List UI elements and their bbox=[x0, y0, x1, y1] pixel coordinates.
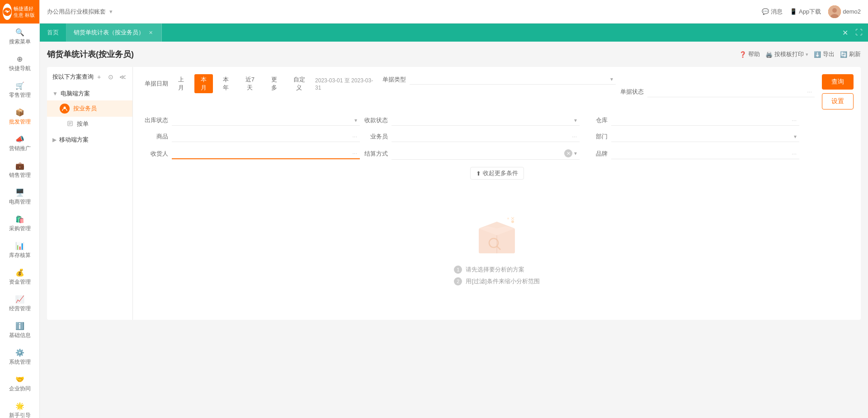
doc-status-filter: 单据状态 ··· 查询 设置 bbox=[616, 74, 854, 109]
sidebar-item-label: 库存核算 bbox=[9, 252, 31, 259]
tab-sales-stat-label: 销货单统计表（按业务员） bbox=[74, 28, 144, 37]
sidebar-item-ecommerce-mgmt[interactable]: 🖥️ 电商管理 bbox=[0, 184, 39, 210]
brand-input[interactable]: ··· bbox=[611, 148, 799, 159]
department-select[interactable]: ▾ bbox=[611, 132, 799, 142]
doc-status-select[interactable]: ··· bbox=[647, 86, 815, 97]
brand-filter: 品牌 ··· bbox=[580, 148, 854, 159]
hint-text-1: 请先选择要分析的方案 bbox=[466, 266, 524, 274]
refresh-icon: 🔄 bbox=[840, 51, 847, 58]
export-icon: ⬇️ bbox=[814, 51, 821, 58]
pc-scheme-section: ▼ 电脑端方案 按业务员 bbox=[47, 85, 132, 133]
sidebar-item-basic-info[interactable]: ℹ️ 基础信息 bbox=[0, 317, 39, 344]
date-label: 单据日期 bbox=[140, 80, 172, 88]
svg-point-15 bbox=[507, 218, 509, 219]
add-scheme-btn[interactable]: + bbox=[94, 72, 104, 81]
warehouse-filter: 仓库 ··· bbox=[580, 115, 854, 126]
marketing-icon: 📣 bbox=[15, 135, 24, 143]
edit-scheme-btn[interactable]: ⊙ bbox=[106, 72, 115, 81]
page: 销货单统计表(按业务员) ❓ 帮助 🖨️ 按模板打印 ▾ ⬇️ 导出 bbox=[40, 42, 868, 327]
date-filter: 上月 本月 本年 近7天 更多 自定义 2023-03-01 至 2023-03… bbox=[172, 74, 378, 93]
app-download-btn[interactable]: 📱 App下载 bbox=[790, 8, 821, 16]
export-btn[interactable]: ⬇️ 导出 bbox=[814, 50, 835, 58]
dropdown-arrow-icon[interactable]: ▾ bbox=[109, 8, 113, 15]
sidebar-item-label: 资金管理 bbox=[9, 278, 31, 286]
doc-type-select[interactable]: ▾ bbox=[410, 74, 616, 85]
help-btn[interactable]: ❓ 帮助 bbox=[739, 50, 760, 58]
receiver-input[interactable]: ··· bbox=[172, 148, 360, 159]
refresh-btn[interactable]: 🔄 刷新 bbox=[840, 50, 861, 58]
left-panel-header: 按以下方案查询 + ⊙ ≪ bbox=[47, 72, 132, 85]
sidebar-item-new-guide[interactable]: 🌟 新手引导 bbox=[0, 397, 39, 418]
main-area: 办公用品行业模拟账套 ▾ 💬 消息 📱 App下载 de bbox=[40, 0, 868, 418]
filter-row-3: 商品 ··· 业务员 ··· bbox=[140, 131, 854, 142]
sidebar-item-wholesale-mgmt[interactable]: 📦 批发管理 bbox=[0, 104, 39, 130]
doc-status-label: 单据状态 bbox=[616, 88, 647, 96]
empty-hint-2: 2 用[过滤]条件来缩小分析范围 bbox=[454, 277, 539, 285]
payment-method-select[interactable]: ✕ ▾ bbox=[392, 147, 580, 160]
close-tab-icon[interactable]: ✕ bbox=[840, 27, 850, 39]
sidebar-item-sales-mgmt[interactable]: 💼 销售管理 bbox=[0, 157, 39, 184]
out-status-select[interactable]: ▾ bbox=[172, 115, 360, 126]
payment-method-label: 结算方式 bbox=[360, 150, 392, 158]
sidebar-item-finance-mgmt[interactable]: 💰 资金管理 bbox=[0, 264, 39, 290]
logo-text: 畅捷通好生意 标版 bbox=[14, 5, 37, 19]
message-icon: 💬 bbox=[762, 8, 769, 15]
message-label: 消息 bbox=[771, 8, 783, 16]
product-input[interactable]: ··· bbox=[172, 131, 360, 142]
help-icon: ❓ bbox=[739, 51, 746, 58]
collapse-more-btn[interactable]: ⬆ 收起更多条件 bbox=[470, 167, 524, 180]
refresh-label: 刷新 bbox=[849, 50, 861, 58]
scheme-subitem-by-order[interactable]: 按单 bbox=[47, 117, 132, 131]
doc-status-dots: ··· bbox=[807, 88, 812, 95]
payment-clear-btn[interactable]: ✕ bbox=[564, 149, 572, 157]
receiver-dots: ··· bbox=[352, 150, 357, 157]
message-btn[interactable]: 💬 消息 bbox=[762, 8, 783, 16]
last-month-btn[interactable]: 上月 bbox=[172, 74, 191, 93]
page-actions: ❓ 帮助 🖨️ 按模板打印 ▾ ⬇️ 导出 🔄 刷新 bbox=[739, 50, 861, 58]
template-print-btn[interactable]: 🖨️ 按模板打印 ▾ bbox=[765, 50, 808, 58]
sidebar-item-inventory[interactable]: 📊 库存核算 bbox=[0, 237, 39, 264]
sidebar-item-label: 销售管理 bbox=[9, 171, 31, 179]
this-month-btn[interactable]: 本月 bbox=[194, 74, 213, 93]
collapse-label: 收起更多条件 bbox=[483, 169, 518, 177]
sidebar-item-enterprise-collab[interactable]: 🤝 企业协同 bbox=[0, 370, 39, 397]
warehouse-input[interactable]: ··· bbox=[611, 115, 799, 126]
tab-close-btn[interactable]: ✕ bbox=[147, 29, 154, 36]
receipt-status-filter: 收款状态 ▾ bbox=[360, 115, 580, 126]
last-7-days-btn[interactable]: 近7天 bbox=[239, 74, 261, 93]
expand-icon: ▼ bbox=[52, 90, 58, 97]
scheme-item-by-salesperson[interactable]: 按业务员 bbox=[47, 100, 132, 117]
sidebar-item-purchase-mgmt[interactable]: 🛍️ 采购管理 bbox=[0, 210, 39, 237]
hint-text-2: 用[过滤]条件来缩小分析范围 bbox=[466, 277, 539, 285]
tab-home[interactable]: 首页 bbox=[40, 24, 66, 42]
salesperson-input[interactable]: ··· bbox=[392, 131, 580, 142]
sidebar-item-retail-mgmt[interactable]: 🛒 零售管理 bbox=[0, 77, 39, 104]
sidebar: 畅捷通好生意 标版 🔍 搜索菜单 ⊕ 快捷导航 🛒 零售管理 📦 批发管理 📣 … bbox=[0, 0, 40, 418]
this-year-btn[interactable]: 本年 bbox=[217, 74, 236, 93]
user-menu[interactable]: demo2 bbox=[828, 5, 861, 18]
sidebar-item-marketing[interactable]: 📣 营销推广 bbox=[0, 130, 39, 157]
collapse-panel-btn[interactable]: ≪ bbox=[118, 72, 127, 81]
sidebar-item-system-mgmt[interactable]: ⚙️ 系统管理 bbox=[0, 344, 39, 370]
sidebar-item-quick-nav[interactable]: ⊕ 快捷导航 bbox=[0, 50, 39, 77]
mobile-section-header[interactable]: ▶ 移动端方案 bbox=[47, 133, 132, 147]
filter-row-2: 出库状态 ▾ 收款状态 ▾ bbox=[140, 115, 854, 126]
query-btn[interactable]: 查询 bbox=[822, 74, 854, 90]
tab-sales-stat[interactable]: 销货单统计表（按业务员） ✕ bbox=[66, 24, 162, 42]
sidebar-item-search-menu[interactable]: 🔍 搜索菜单 bbox=[0, 24, 39, 50]
header-left: 办公用品行业模拟账套 ▾ bbox=[47, 8, 113, 16]
export-label: 导出 bbox=[823, 50, 835, 58]
receipt-status-select[interactable]: ▾ bbox=[392, 115, 580, 126]
settings-btn[interactable]: 设置 bbox=[822, 93, 854, 109]
svg-point-3 bbox=[832, 8, 837, 13]
scheme-item-dot bbox=[60, 104, 70, 114]
mobile-section-label: 移动端方案 bbox=[59, 136, 89, 144]
pc-section-header[interactable]: ▼ 电脑端方案 bbox=[47, 87, 132, 100]
date-filter-row: 单据日期 上月 本月 本年 近7天 更多 自定义 2023-03-01 至 20… bbox=[140, 74, 378, 93]
custom-btn[interactable]: 自定义 bbox=[287, 74, 311, 93]
sidebar-item-operations-mgmt[interactable]: 📈 经营管理 bbox=[0, 290, 39, 317]
more-btn[interactable]: 更多 bbox=[264, 74, 283, 93]
logo-area: 畅捷通好生意 标版 bbox=[0, 0, 39, 24]
maximize-icon[interactable]: ⛶ bbox=[854, 27, 864, 38]
salesperson-filter: 业务员 ··· bbox=[360, 131, 580, 142]
